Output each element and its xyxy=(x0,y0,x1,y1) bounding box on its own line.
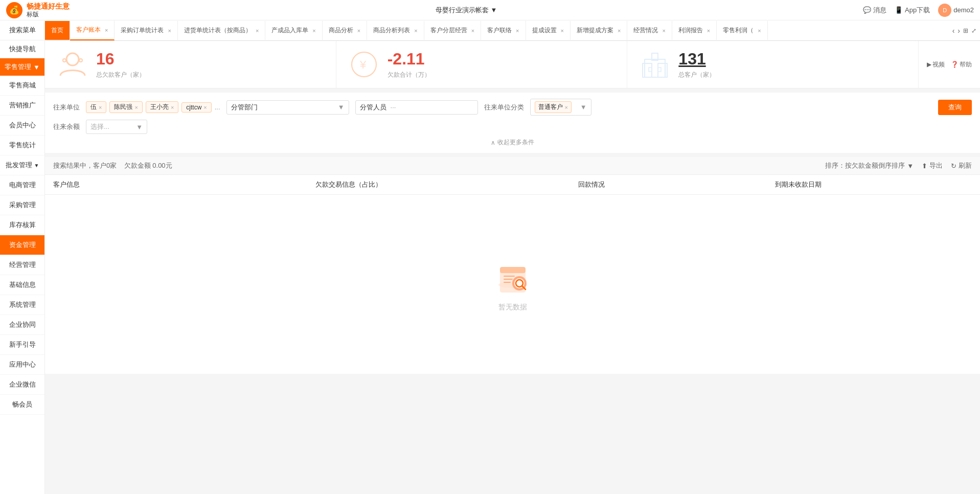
page-content: 16 总欠款客户（家） ¥ -2.11 欠款合计（万） xyxy=(45,41,980,494)
tab-expand-icon[interactable]: ⊞ xyxy=(962,27,970,34)
refresh-icon: ↻ xyxy=(951,162,956,170)
sidebar-item-members[interactable]: 会员中心 xyxy=(0,116,44,136)
stat-values-total: 131 总客户（家） xyxy=(678,50,715,79)
remove-tag-cjttcw[interactable]: × xyxy=(203,104,207,110)
query-button[interactable]: 查询 xyxy=(938,100,972,115)
tab-close-product-analysis[interactable]: × xyxy=(357,28,360,34)
sidebar-item-marketing[interactable]: 营销推广 xyxy=(0,96,44,116)
stat-values-customers: 16 总欠款客户（家） xyxy=(96,50,145,79)
sidebar-item-system[interactable]: 系统管理 xyxy=(0,295,44,315)
tab-product-inbound[interactable]: 产成品入库单 × xyxy=(265,21,322,40)
tab-customer-contact[interactable]: 客户联络 × xyxy=(481,21,526,40)
tab-purchase-order[interactable]: 采购订单统计表 × xyxy=(115,21,177,40)
manager-select[interactable]: 分管人员 ··· xyxy=(355,100,478,115)
col-customer-info: 客户信息 xyxy=(53,180,315,189)
sidebar-item-inventory[interactable]: 库存核算 xyxy=(0,215,44,235)
tab-fullscreen-icon[interactable]: ⤢ xyxy=(970,27,978,34)
stat-number-customers: 16 xyxy=(96,50,145,69)
tab-retail-profit[interactable]: 零售利润（ × xyxy=(717,21,767,40)
account-selector[interactable]: 母婴行业演示帐套 ▼ xyxy=(436,6,497,15)
sidebar-item-operations[interactable]: 经营管理 xyxy=(0,255,44,275)
company-filter-label: 往来单位 xyxy=(53,103,80,112)
sidebar-item-new-guide[interactable]: 新手引导 xyxy=(0,335,44,355)
svg-text:¥: ¥ xyxy=(359,58,367,71)
tab-close-customer-ledger[interactable]: × xyxy=(105,27,108,33)
app-icon: 📱 xyxy=(895,6,903,14)
collapse-icon: ∧ xyxy=(491,139,495,146)
manager-select-dot: ··· xyxy=(391,103,396,111)
sidebar-item-procurement[interactable]: 采购管理 xyxy=(0,195,44,215)
stat-label-total: 总客户（家） xyxy=(678,71,715,79)
help-links: ▶ 视频 ❓ 帮助 xyxy=(919,41,980,88)
tab-purchase-stats[interactable]: 进货单统计表（按商品） × xyxy=(178,21,265,40)
sidebar-search[interactable]: 搜索菜单 xyxy=(0,20,44,40)
tab-close-purchase-stats[interactable]: × xyxy=(256,28,259,34)
content-area: 首页 客户账本 × 采购订单统计表 × 进货单统计表（按商品） × 产成品入库单… xyxy=(45,20,980,494)
sidebar-item-wholesale[interactable]: 批发管理 ▼ xyxy=(0,155,44,175)
stat-number-amount: -2.11 xyxy=(388,50,430,69)
tab-next-arrow[interactable]: › xyxy=(956,27,962,35)
sidebar-item-ecommerce[interactable]: 电商管理 xyxy=(0,175,44,195)
tab-close-customer-contact[interactable]: × xyxy=(516,28,519,34)
sidebar-item-enterprise-collab[interactable]: 企业协同 xyxy=(0,315,44,335)
tab-home[interactable]: 首页 xyxy=(45,21,70,40)
tab-profit-report[interactable]: 利润报告 × xyxy=(672,21,717,40)
stat-customer-icon xyxy=(57,49,88,80)
app-download-btn[interactable]: 📱 App下载 xyxy=(895,6,930,15)
tab-close-product-analysis-list[interactable]: × xyxy=(414,28,417,34)
tab-close-purchase-order[interactable]: × xyxy=(168,28,171,34)
remove-tag-wang[interactable]: × xyxy=(171,104,174,110)
sidebar-group-zero-sales[interactable]: 零售管理 ▼ xyxy=(0,58,44,76)
table-header: 客户信息 欠款交易信息（占比） 回款情况 到期未收款日期 xyxy=(45,175,980,195)
help-btn[interactable]: ❓ 帮助 xyxy=(951,60,972,69)
sidebar-item-app-center[interactable]: 应用中心 xyxy=(0,355,44,375)
refresh-btn[interactable]: ↻ 刷新 xyxy=(951,161,972,170)
remove-tag-chen[interactable]: × xyxy=(134,104,138,110)
filter-row-1: 往来单位 伍 × 陈民强 × 王小亮 × xyxy=(53,99,972,116)
tab-customer-ledger[interactable]: 客户账本 × xyxy=(70,20,115,40)
stat-building-icon xyxy=(640,49,670,80)
sidebar-item-finance[interactable]: 资金管理 xyxy=(0,235,44,255)
logo-icon: 💰 xyxy=(6,2,22,18)
remove-tag-wu[interactable]: × xyxy=(99,104,102,110)
user-menu[interactable]: D demo2 xyxy=(938,4,974,17)
svg-point-0 xyxy=(66,53,79,65)
tab-add-commission[interactable]: 新增提成方案 × xyxy=(571,21,627,40)
tab-product-analysis[interactable]: 商品分析 × xyxy=(323,21,367,40)
tab-customer-stratify[interactable]: 客户分层经营 × xyxy=(424,21,481,40)
tab-commission-settings[interactable]: 提成设置 × xyxy=(526,21,571,40)
sort-label[interactable]: 排序：按欠款金额倒序排序 ▼ xyxy=(825,161,914,170)
tab-product-analysis-list[interactable]: 商品分析列表 × xyxy=(367,21,424,40)
category-select[interactable]: 普通客户 × ▼ xyxy=(530,99,591,116)
tab-close-commission-settings[interactable]: × xyxy=(561,28,564,34)
logo-area: 💰 畅捷通好生意 标版 xyxy=(6,2,70,19)
sidebar-item-enterprise-wechat[interactable]: 企业微信 xyxy=(0,375,44,395)
amount-select[interactable]: 选择... ▼ xyxy=(86,120,147,134)
video-help-btn[interactable]: ▶ 视频 xyxy=(927,60,945,69)
sidebar-quick-nav[interactable]: 快捷导航 xyxy=(0,40,44,58)
tab-close-add-commission[interactable]: × xyxy=(618,28,621,34)
sidebar-item-retail-stats[interactable]: 零售统计 xyxy=(0,136,44,155)
tab-close-product-inbound[interactable]: × xyxy=(312,28,315,34)
col-overdue-date: 到期未收款日期 xyxy=(775,180,972,189)
filter-area: 往来单位 伍 × 陈民强 × 王小亮 × xyxy=(45,93,980,153)
empty-text: 暂无数据 xyxy=(498,303,527,312)
tab-operations[interactable]: 经营情况 × xyxy=(627,21,672,40)
sidebar-item-zero-sales-mall[interactable]: 零售商城 xyxy=(0,76,44,96)
data-table: 客户信息 欠款交易信息（占比） 回款情况 到期未收款日期 xyxy=(45,175,980,374)
filter-more-btn[interactable]: ... xyxy=(215,103,220,111)
message-btn[interactable]: 💬 消息 xyxy=(863,6,886,15)
remove-tag-normal-customer[interactable]: × xyxy=(565,104,568,110)
collapse-btn[interactable]: ∧ 收起更多条件 xyxy=(53,138,972,147)
video-icon: ▶ xyxy=(927,61,931,68)
tab-prev-arrow[interactable]: ‹ xyxy=(951,27,956,35)
export-btn[interactable]: ⬆ 导出 xyxy=(922,161,943,170)
stat-total-customers: 131 总客户（家） xyxy=(627,41,919,88)
tab-close-operations[interactable]: × xyxy=(662,28,665,34)
tab-close-profit-report[interactable]: × xyxy=(707,28,710,34)
dept-select[interactable]: 分管部门 ▼ xyxy=(226,100,349,115)
tab-close-customer-stratify[interactable]: × xyxy=(471,28,474,34)
sidebar-item-chang-member[interactable]: 畅会员 xyxy=(0,395,44,415)
tab-close-retail-profit[interactable]: × xyxy=(758,28,761,34)
sidebar-item-basic-info[interactable]: 基础信息 xyxy=(0,275,44,295)
